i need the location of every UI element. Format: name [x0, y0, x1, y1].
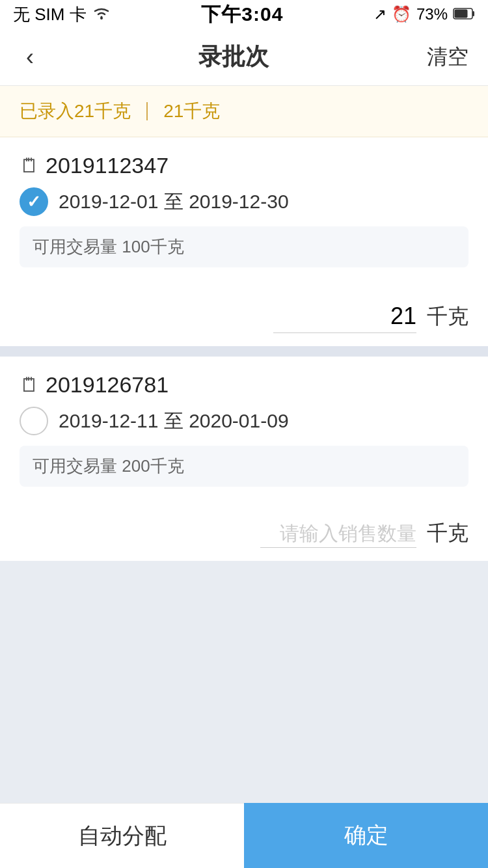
batch-date-row-2: 2019-12-11 至 2020-01-09 — [20, 407, 468, 435]
svg-rect-2 — [472, 11, 474, 16]
status-time: 下午3:04 — [201, 1, 283, 28]
nav-bar: ‹ 录批次 清空 — [0, 29, 488, 86]
status-left: 无 SIM 卡 — [13, 3, 111, 26]
quantity-row-1: 千克 — [0, 287, 488, 333]
auto-distribute-button[interactable]: 自动分配 — [0, 803, 244, 868]
batch-date-row-1: 2019-12-01 至 2019-12-30 — [20, 187, 468, 216]
quantity-unit-1: 千克 — [427, 303, 468, 331]
clear-button[interactable]: 清空 — [427, 43, 468, 72]
wifi-icon — [92, 5, 111, 25]
svg-point-0 — [100, 17, 103, 20]
batch-id-1: 2019112347 — [46, 153, 169, 178]
confirm-button[interactable]: 确定 — [244, 803, 488, 868]
info-banner: 已录入21千克 21千克 — [0, 86, 488, 137]
carrier-label: 无 SIM 卡 — [13, 3, 87, 26]
doc-icon-1: 🗒 — [20, 155, 39, 177]
location-icon: ↗ — [373, 5, 386, 23]
batch-id-2: 2019126781 — [46, 372, 169, 398]
status-right: ↗ ⏰ 73% — [373, 5, 475, 23]
info-label: 已录入21千克 — [20, 99, 131, 124]
content-wrap: 🗒 2019112347 2019-12-01 至 2019-12-30 可用交… — [0, 137, 488, 868]
info-value: 21千克 — [163, 99, 220, 124]
page-title: 录批次 — [198, 41, 269, 73]
alarm-icon: ⏰ — [392, 5, 411, 23]
batch-header-1: 🗒 2019112347 — [20, 153, 468, 178]
batch-available-2: 可用交易量 200千克 — [20, 446, 468, 487]
batch-date-1: 2019-12-01 至 2019-12-30 — [59, 189, 289, 215]
batch-available-1: 可用交易量 100千克 — [20, 226, 468, 267]
radio-1[interactable] — [20, 187, 48, 216]
batch-item-1: 🗒 2019112347 2019-12-01 至 2019-12-30 可用交… — [0, 137, 488, 346]
radio-2[interactable] — [20, 407, 48, 435]
doc-icon-2: 🗒 — [20, 374, 39, 396]
card-divider — [0, 346, 488, 357]
input-unit-2: 千克 — [427, 519, 468, 548]
batch-header-2: 🗒 2019126781 — [20, 372, 468, 398]
quantity-input-2[interactable] — [260, 520, 416, 548]
empty-area — [0, 561, 488, 821]
status-bar: 无 SIM 卡 下午3:04 ↗ ⏰ 73% — [0, 0, 488, 29]
battery-icon — [453, 5, 475, 23]
battery-label: 73% — [416, 5, 448, 23]
input-row-2: 千克 — [0, 506, 488, 548]
back-button[interactable]: ‹ — [20, 37, 40, 77]
info-divider — [146, 102, 148, 120]
batch-date-2: 2019-12-11 至 2020-01-09 — [59, 408, 289, 435]
bottom-bar: 自动分配 确定 — [0, 803, 488, 868]
batch-item-2: 🗒 2019126781 2019-12-11 至 2020-01-09 可用交… — [0, 357, 488, 561]
quantity-input-1[interactable] — [273, 300, 416, 333]
svg-rect-3 — [454, 10, 467, 18]
